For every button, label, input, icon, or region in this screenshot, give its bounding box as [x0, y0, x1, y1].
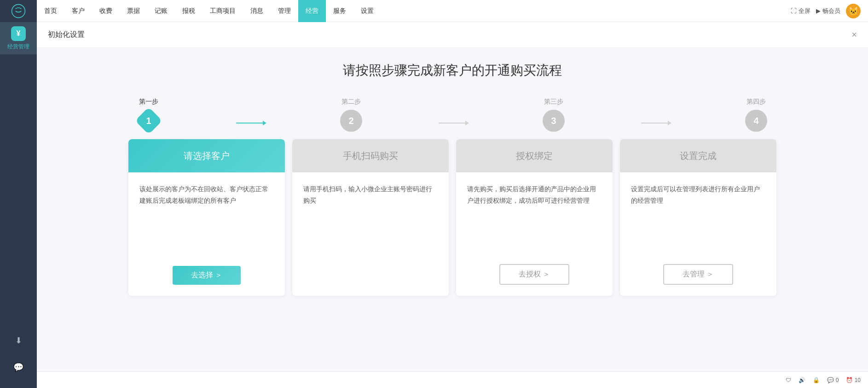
cards-container: 请选择客户 该处展示的客户为不在回收站、客户状态正常建账后完成老板端绑定的所有客…: [55, 139, 850, 296]
lock-icon: 🔒: [813, 377, 820, 383]
close-button[interactable]: ×: [851, 29, 857, 40]
card-1: 请选择客户 该处展示的客户为不在回收站、客户状态正常建账后完成老板端绑定的所有客…: [128, 139, 285, 296]
card-2-footer: [292, 277, 449, 296]
card-1-footer: 去选择 ＞: [128, 259, 285, 296]
fullscreen-icon: ⛶: [791, 7, 797, 14]
card-2: 手机扫码购买 请用手机扫码，输入小微企业主账号密码进行购买: [292, 139, 449, 296]
page-header: 初始化设置 ×: [37, 22, 868, 48]
avatar[interactable]: 🐱: [846, 4, 861, 18]
support-icon: 💬: [13, 362, 23, 372]
card-1-body: 该处展示的客户为不在回收站、客户状态正常建账后完成老板端绑定的所有客户: [128, 172, 285, 259]
arrow-line-3: [641, 123, 669, 123]
go-authorize-button[interactable]: 去授权 ＞: [499, 264, 569, 285]
step-1: 第一步 1: [70, 98, 227, 132]
card-2-header: 手机扫码购买: [292, 139, 449, 172]
card-4-header: 设置完成: [620, 139, 776, 172]
status-bar: ▶ 完成 🛡 🔊 🔒 💬 0 ⏰ 10: [0, 371, 868, 388]
sidebar: ¥ 经营管理 ⬇ 💬: [0, 0, 37, 388]
chat-icon: 💬 0: [827, 377, 839, 383]
card-2-body: 请用手机扫码，输入小微企业主账号密码进行购买: [292, 172, 449, 277]
card-3-footer: 去授权 ＞: [456, 257, 613, 296]
step-3: 第三步 3: [475, 98, 632, 132]
card-1-header: 请选择客户: [128, 139, 285, 172]
vip-icon: ▶: [816, 7, 821, 14]
nav-customer[interactable]: 客户: [64, 0, 92, 22]
nav-business[interactable]: 工商项目: [203, 0, 243, 22]
step-3-label: 第三步: [544, 98, 563, 106]
card-3-body: 请先购买，购买后选择开通的产品中的企业用户进行授权绑定，成功后即可进行经营管理: [456, 172, 613, 257]
nav-tax[interactable]: 报税: [175, 0, 203, 22]
step-1-label: 第一步: [139, 98, 158, 106]
card-4-footer: 去管理 ＞: [620, 257, 776, 296]
volume-icon: 🔊: [799, 377, 805, 383]
sidebar-support[interactable]: 💬: [0, 356, 37, 379]
nav-manage[interactable]: 管理: [271, 0, 298, 22]
main-content: 初始化设置 × 请按照步骤完成新客户的开通购买流程 第一步 1 第二步: [37, 22, 868, 388]
sidebar-bottom: ⬇ 💬: [0, 329, 37, 388]
nav-account[interactable]: 记账: [147, 0, 175, 22]
nav-settings[interactable]: 设置: [353, 0, 381, 22]
nav-home[interactable]: 首页: [37, 0, 64, 22]
svg-point-0: [12, 5, 25, 18]
nav-operation[interactable]: 经营: [298, 0, 326, 22]
step-2: 第二步 2: [273, 98, 429, 132]
nav-bill[interactable]: 票据: [120, 0, 147, 22]
step-4-number: 4: [753, 116, 758, 126]
connector-2-3: [429, 106, 475, 123]
connector-3-4: [632, 106, 678, 123]
go-select-button[interactable]: 去选择 ＞: [173, 266, 241, 285]
fullscreen-button[interactable]: ⛶ 全屏: [791, 7, 810, 15]
nav-message[interactable]: 消息: [243, 0, 271, 22]
clock-icon: ⏰ 10: [846, 377, 861, 383]
arrow-line-2: [439, 123, 466, 123]
nav-fee[interactable]: 收费: [92, 0, 120, 22]
step-4-label: 第四步: [746, 98, 766, 106]
step-4: 第四步 4: [678, 98, 834, 132]
shield-icon: 🛡: [786, 377, 791, 383]
main-title: 请按照步骤完成新客户的开通购买流程: [55, 57, 850, 79]
card-3-header: 授权绑定: [456, 139, 613, 172]
step-3-number: 3: [551, 116, 556, 126]
page-title: 初始化设置: [48, 30, 85, 40]
arrow-line-1: [236, 123, 264, 123]
sidebar-item-label: 经营管理: [7, 43, 29, 51]
step-2-number: 2: [348, 116, 353, 126]
card-4: 设置完成 设置完成后可以在管理列表进行所有企业用户的经营管理 去管理 ＞: [620, 139, 776, 296]
card-4-body: 设置完成后可以在管理列表进行所有企业用户的经营管理: [620, 172, 776, 257]
nav-right-area: ⛶ 全屏 ▶ 畅会员 🐱: [791, 4, 868, 18]
finance-icon: ¥: [11, 26, 26, 41]
sidebar-download[interactable]: ⬇: [0, 329, 37, 352]
steps-row: 第一步 1 第二步 2 第三步: [55, 98, 850, 132]
sidebar-logo: [0, 0, 37, 22]
content-area: 请按照步骤完成新客户的开通购买流程 第一步 1 第二步 2: [37, 48, 868, 372]
step-1-number: 1: [146, 116, 151, 126]
step-2-label: 第二步: [341, 98, 361, 106]
card-3: 授权绑定 请先购买，购买后选择开通的产品中的企业用户进行授权绑定，成功后即可进行…: [456, 139, 613, 296]
sidebar-item-finance[interactable]: ¥ 经营管理: [0, 22, 37, 54]
vip-button[interactable]: ▶ 畅会员: [816, 7, 840, 15]
nav-service[interactable]: 服务: [326, 0, 353, 22]
go-manage-button[interactable]: 去管理 ＞: [663, 264, 733, 285]
connector-1-2: [227, 106, 273, 123]
top-nav: 首页 客户 收费 票据 记账 报税 工商项目 消息 管理 经营 服务 设置 ⛶ …: [0, 0, 868, 22]
status-bar-right: 🛡 🔊 🔒 💬 0 ⏰ 10: [786, 377, 861, 383]
download-icon: ⬇: [15, 335, 22, 346]
